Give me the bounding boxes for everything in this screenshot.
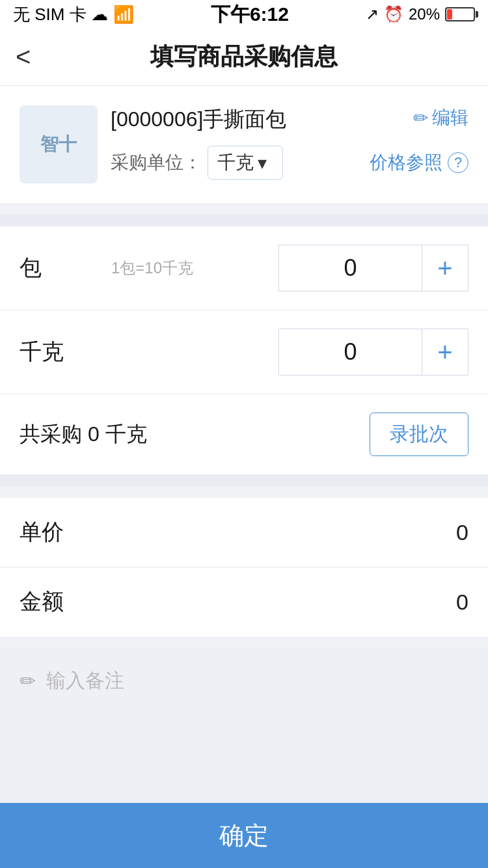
bag-label: 包 xyxy=(20,253,105,283)
product-info: [0000006]手撕面包 ✏ 编辑 采购单位： 千克 ▾ 价格参照 ? xyxy=(111,105,468,180)
price-ref-icon: ? xyxy=(448,152,468,173)
kg-label: 千克 xyxy=(20,337,149,367)
product-logo-text: 智十 xyxy=(40,132,77,157)
summary-text: 共采购 0 千克 xyxy=(20,420,147,449)
bag-input-row: 包 1包=10千克 0 + xyxy=(0,226,488,310)
section-divider-2 xyxy=(0,474,488,486)
price-ref-label: 价格参照 xyxy=(370,150,442,175)
bag-quantity-wrap: 0 + xyxy=(278,245,468,292)
summary-row: 共采购 0 千克 录批次 xyxy=(0,394,488,474)
back-button[interactable]: < xyxy=(16,42,31,72)
kg-input-row: 千克 0 + xyxy=(0,310,488,394)
kg-quantity-wrap: 0 + xyxy=(278,329,468,375)
purchase-unit-row: 采购单位： 千克 ▾ 价格参照 ? xyxy=(111,146,468,180)
alarm-icon: ⏰ xyxy=(384,5,403,23)
edit-icon: ✏ xyxy=(413,107,428,129)
section-divider-1 xyxy=(0,215,488,226)
edit-button[interactable]: ✏ 编辑 xyxy=(413,105,468,130)
kg-quantity-input[interactable]: 0 xyxy=(278,329,422,375)
price-section: 单价 0 金额 0 xyxy=(0,498,488,636)
status-bar: 无 SIM 卡 ☁ 📶 下午6:12 ↗ ⏰ 20% xyxy=(0,0,488,29)
bag-input-section: 包 1包=10千克 0 + 千克 0 + xyxy=(0,226,488,394)
product-card: 智十 [0000006]手撕面包 ✏ 编辑 采购单位： 千克 ▾ 价格参照 ? xyxy=(0,86,488,203)
unit-dropdown-arrow: ▾ xyxy=(258,152,267,174)
edit-label: 编辑 xyxy=(432,105,468,130)
kg-plus-button[interactable]: + xyxy=(422,329,468,375)
batch-button[interactable]: 录批次 xyxy=(370,413,468,456)
price-ref-button[interactable]: 价格参照 ? xyxy=(370,150,468,175)
page-title: 填写商品采购信息 xyxy=(150,41,338,73)
note-icon: ✏ xyxy=(20,670,36,692)
amount-label: 金额 xyxy=(20,587,64,617)
amount-value: 0 xyxy=(456,590,468,615)
unit-select-group: 采购单位： 千克 ▾ xyxy=(111,146,283,180)
bag-plus-button[interactable]: + xyxy=(422,245,468,292)
unit-label: 采购单位： xyxy=(111,152,202,172)
bag-quantity-input[interactable]: 0 xyxy=(278,245,422,292)
wifi-icon: 📶 xyxy=(113,5,134,25)
status-time: 下午6:12 xyxy=(211,1,289,28)
note-section[interactable]: ✏ 输入备注 xyxy=(0,648,488,714)
note-placeholder: 输入备注 xyxy=(46,668,124,694)
no-sim-text: 无 SIM 卡 ☁ xyxy=(13,3,108,26)
bag-hint: 1包=10千克 xyxy=(111,258,193,278)
battery-percent: 20% xyxy=(409,5,440,23)
amount-row: 金额 0 xyxy=(0,567,488,636)
unit-price-value: 0 xyxy=(456,520,468,545)
status-left: 无 SIM 卡 ☁ 📶 xyxy=(13,3,134,26)
unit-value: 千克 xyxy=(217,150,254,175)
status-right: ↗ ⏰ 20% xyxy=(366,5,475,23)
product-header: [0000006]手撕面包 ✏ 编辑 xyxy=(111,105,468,134)
confirm-button[interactable]: 确定 xyxy=(0,803,488,868)
location-icon: ↗ xyxy=(366,5,379,23)
nav-bar: < 填写商品采购信息 xyxy=(0,29,488,86)
unit-select[interactable]: 千克 ▾ xyxy=(208,146,283,180)
product-name: [0000006]手撕面包 xyxy=(111,105,286,134)
unit-price-label: 单价 xyxy=(20,517,64,547)
product-image: 智十 xyxy=(20,105,98,183)
unit-price-row: 单价 0 xyxy=(0,498,488,567)
battery-icon xyxy=(445,7,475,21)
